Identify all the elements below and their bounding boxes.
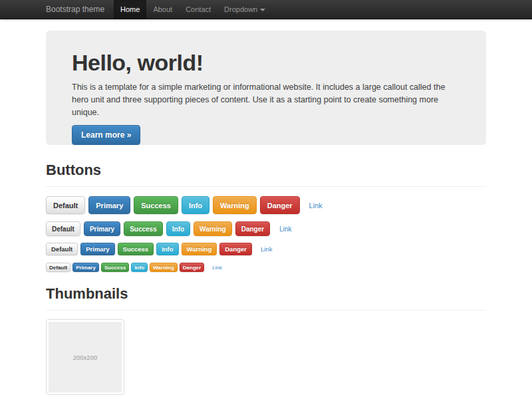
- info-button-md[interactable]: Info: [166, 221, 190, 236]
- hero-description: This is a template for a simple marketin…: [72, 81, 460, 119]
- nav-item-dropdown[interactable]: Dropdown: [217, 0, 272, 19]
- primary-button-xs[interactable]: Primary: [72, 263, 99, 272]
- page-container: Hello, world! This is a template for a s…: [46, 31, 486, 395]
- info-button-sm[interactable]: Info: [156, 243, 178, 255]
- thumbnail-link[interactable]: 200x200: [46, 319, 124, 395]
- button-row-default: Default Primary Success Info Warning Dan…: [46, 221, 486, 236]
- main-nav: Home About Contact Dropdown: [114, 0, 272, 19]
- thumbnail-placeholder-image: 200x200: [49, 322, 122, 392]
- danger-button-sm[interactable]: Danger: [219, 243, 252, 255]
- nav-item-home[interactable]: Home: [114, 0, 146, 19]
- button-row-large: Default Primary Success Info Warning Dan…: [46, 196, 486, 214]
- nav-item-contact-label: Contact: [186, 0, 211, 19]
- hero-unit: Hello, world! This is a template for a s…: [46, 31, 486, 145]
- warning-button-xs[interactable]: Warning: [150, 263, 178, 272]
- danger-button-lg[interactable]: Danger: [260, 196, 300, 214]
- info-button-lg[interactable]: Info: [182, 196, 209, 214]
- top-navbar: Bootstrap theme Home About Contact Dropd…: [0, 0, 532, 19]
- thumbnails-divider: [46, 310, 486, 311]
- thumbnails-section-title: Thumbnails: [46, 286, 486, 302]
- link-button-lg[interactable]: Link: [309, 201, 323, 209]
- success-button-sm[interactable]: Success: [118, 243, 154, 255]
- primary-button-sm[interactable]: Primary: [80, 243, 114, 255]
- info-button-xs[interactable]: Info: [131, 263, 148, 272]
- buttons-section-title: Buttons: [46, 162, 486, 178]
- default-button-xs[interactable]: Default: [46, 263, 70, 272]
- nav-item-about-label: About: [153, 0, 172, 19]
- warning-button-md[interactable]: Warning: [194, 221, 232, 236]
- buttons-divider: [46, 186, 486, 187]
- nav-item-home-label: Home: [120, 0, 140, 19]
- nav-item-about[interactable]: About: [146, 0, 179, 19]
- success-button-xs[interactable]: Success: [101, 263, 129, 272]
- button-row-xsmall: Default Primary Success Info Warning Dan…: [46, 263, 486, 272]
- nav-item-contact[interactable]: Contact: [179, 0, 217, 19]
- default-button-md[interactable]: Default: [46, 221, 80, 236]
- link-button-xs[interactable]: Link: [212, 265, 222, 271]
- link-button-md[interactable]: Link: [279, 225, 291, 233]
- nav-item-dropdown-label: Dropdown: [224, 0, 257, 19]
- primary-button-lg[interactable]: Primary: [88, 196, 130, 214]
- warning-button-lg[interactable]: Warning: [213, 196, 257, 214]
- link-button-sm[interactable]: Link: [261, 245, 272, 253]
- success-button-md[interactable]: Success: [124, 221, 163, 236]
- success-button-lg[interactable]: Success: [134, 196, 178, 214]
- danger-button-md[interactable]: Danger: [235, 221, 270, 236]
- learn-more-button[interactable]: Learn more »: [72, 125, 140, 145]
- hero-title: Hello, world!: [72, 51, 460, 75]
- button-row-small: Default Primary Success Info Warning Dan…: [46, 243, 486, 255]
- primary-button-md[interactable]: Primary: [84, 221, 120, 236]
- caret-down-icon: [260, 9, 265, 11]
- brand-link[interactable]: Bootstrap theme: [46, 0, 114, 19]
- default-button-sm[interactable]: Default: [46, 243, 78, 255]
- warning-button-sm[interactable]: Warning: [182, 243, 217, 255]
- danger-button-xs[interactable]: Danger: [180, 263, 205, 272]
- default-button-lg[interactable]: Default: [46, 196, 85, 214]
- navbar-container: Bootstrap theme Home About Contact Dropd…: [46, 0, 486, 19]
